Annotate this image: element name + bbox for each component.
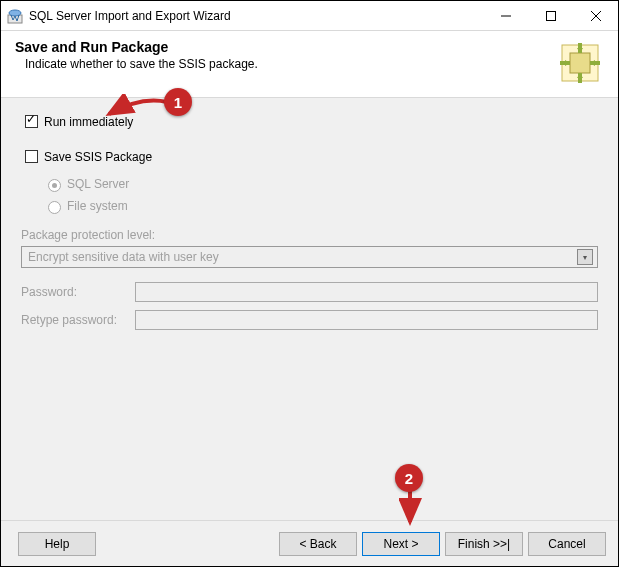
next-button[interactable]: Next > bbox=[362, 532, 440, 556]
protection-level-dropdown: Encrypt sensitive data with user key ▾ bbox=[21, 246, 598, 268]
page-title: Save and Run Package bbox=[15, 39, 556, 55]
ssis-package-icon bbox=[556, 39, 604, 87]
chevron-down-icon: ▾ bbox=[577, 249, 593, 265]
wizard-footer: Help < Back Next > Finish >>| Cancel bbox=[1, 520, 618, 566]
maximize-button[interactable] bbox=[528, 1, 573, 30]
dest-file-radio bbox=[48, 201, 61, 214]
back-button[interactable]: < Back bbox=[279, 532, 357, 556]
window-title: SQL Server Import and Export Wizard bbox=[29, 9, 483, 23]
window-controls bbox=[483, 1, 618, 30]
retype-password-label: Retype password: bbox=[21, 313, 131, 327]
run-immediately-label: Run immediately bbox=[44, 115, 133, 129]
titlebar: SQL Server Import and Export Wizard bbox=[1, 1, 618, 31]
minimize-button[interactable] bbox=[483, 1, 528, 30]
retype-password-input bbox=[135, 310, 598, 330]
help-button[interactable]: Help bbox=[18, 532, 96, 556]
dest-sql-row: SQL Server bbox=[43, 176, 598, 192]
dest-sql-radio bbox=[48, 179, 61, 192]
svg-rect-3 bbox=[546, 11, 555, 20]
save-package-row: Save SSIS Package bbox=[21, 147, 598, 166]
wizard-body: Run immediately Save SSIS Package SQL Se… bbox=[1, 98, 618, 527]
page-subtitle: Indicate whether to save the SSIS packag… bbox=[25, 57, 556, 71]
cancel-button[interactable]: Cancel bbox=[528, 532, 606, 556]
save-ssis-label: Save SSIS Package bbox=[44, 150, 152, 164]
password-input bbox=[135, 282, 598, 302]
password-label: Password: bbox=[21, 285, 131, 299]
finish-button[interactable]: Finish >>| bbox=[445, 532, 523, 556]
close-button[interactable] bbox=[573, 1, 618, 30]
dest-file-label: File system bbox=[67, 199, 128, 213]
annotation-badge-1: 1 bbox=[164, 88, 192, 116]
run-immediately-checkbox[interactable] bbox=[25, 115, 38, 128]
save-ssis-checkbox[interactable] bbox=[25, 150, 38, 163]
svg-rect-7 bbox=[570, 53, 590, 73]
dest-file-row: File system bbox=[43, 198, 598, 214]
app-icon bbox=[7, 8, 23, 24]
dest-sql-label: SQL Server bbox=[67, 177, 129, 191]
annotation-badge-2: 2 bbox=[395, 464, 423, 492]
protection-level-value: Encrypt sensitive data with user key bbox=[28, 250, 219, 264]
run-immediately-row: Run immediately bbox=[21, 112, 598, 131]
protection-label: Package protection level: bbox=[21, 228, 598, 242]
wizard-header: Save and Run Package Indicate whether to… bbox=[1, 31, 618, 98]
